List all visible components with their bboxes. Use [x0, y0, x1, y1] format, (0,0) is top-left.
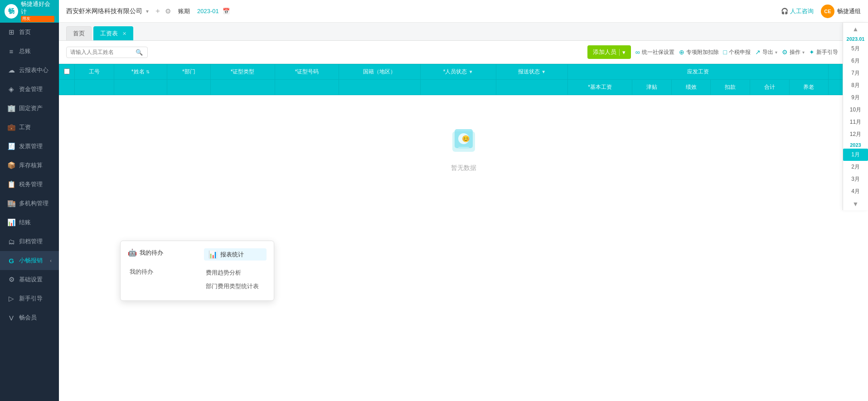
sidebar-item-label: 结账: [19, 218, 31, 227]
sidebar-item-label: 小畅报销: [19, 256, 43, 265]
sidebar-item-label: 固定资产: [19, 104, 43, 112]
tax-report-label: 个税申报: [729, 48, 751, 56]
service-button[interactable]: 🎧 人工咨询: [781, 7, 814, 15]
tab-home[interactable]: 首页: [66, 26, 92, 40]
month-next-button[interactable]: ▼: [843, 198, 868, 210]
social-security-icon: ∞: [635, 48, 640, 56]
popup-item-cost-trend[interactable]: 费用趋势分析: [204, 266, 267, 280]
avatar: CE: [821, 5, 834, 18]
operation-icon: ⚙: [782, 48, 788, 56]
month-item-6[interactable]: 6月: [843, 55, 868, 67]
month-item-5[interactable]: 5月: [843, 43, 868, 55]
sidebar-item-tax[interactable]: 📋 税务管理: [0, 175, 59, 194]
sidebar-item-label: 税务管理: [19, 180, 43, 188]
topbar-right: 🎧 人工咨询 CE 畅捷通组: [781, 5, 861, 18]
sidebar-item-archive[interactable]: 🗂 归档管理: [0, 232, 59, 251]
guide-action[interactable]: ✦ 新手引导: [809, 48, 838, 56]
home-icon: ⊞: [7, 28, 15, 36]
logo-icon: 畅: [5, 4, 18, 19]
month-item-10[interactable]: 10月: [843, 104, 868, 116]
special-deduct-action[interactable]: ⊕ 专项附加扣除: [679, 48, 719, 56]
name-sort-icon[interactable]: ⇅: [146, 69, 150, 74]
sidebar-item-member[interactable]: V 畅会员: [0, 308, 59, 327]
month-item-1-current[interactable]: 1月: [843, 149, 868, 161]
report-status-filter-icon[interactable]: ▼: [541, 69, 546, 74]
sidebar-item-inventory[interactable]: 📦 库存核算: [0, 156, 59, 175]
sidebar-item-salary[interactable]: 💼 工资: [0, 118, 59, 137]
month-item-2[interactable]: 2月: [843, 161, 868, 173]
sidebar-item-multi-org[interactable]: 🏬 多机构管理: [0, 194, 59, 213]
guide-label: 新手引导: [816, 48, 838, 56]
month-item-11[interactable]: 11月: [843, 116, 868, 128]
popup-menu: 🤖 我的待办 我的待办 📊 报表统计 费用趋势分析: [120, 241, 274, 301]
popup-item-dept-cost[interactable]: 部门费用类型统计表: [204, 280, 267, 293]
social-security-action[interactable]: ∞ 统一社保设置: [635, 48, 674, 56]
calendar-icon[interactable]: 📅: [223, 8, 230, 14]
xiao-chang-icon: G: [7, 257, 15, 265]
popup-col-todo: 🤖 我的待办 我的待办: [128, 248, 190, 293]
th-bonus: 绩效: [671, 80, 711, 95]
company-chevron-icon[interactable]: ▾: [146, 8, 149, 14]
export-action[interactable]: ↗ 导出 ▾: [755, 48, 777, 56]
sidebar-item-xiao-chang[interactable]: G 小畅报销 ‹: [0, 251, 59, 270]
sidebar-item-invoice[interactable]: 🧾 发票管理: [0, 137, 59, 156]
company-setting-icon[interactable]: ⚙: [165, 7, 171, 15]
month-item-3[interactable]: 3月: [843, 173, 868, 185]
search-icon[interactable]: 🔍: [136, 49, 143, 56]
sidebar-item-fixed-assets[interactable]: 🏢 固定资产: [0, 99, 59, 118]
search-input[interactable]: [70, 49, 134, 55]
sidebar-item-label: 畅会员: [19, 314, 37, 322]
user-menu[interactable]: CE 畅捷通组: [821, 5, 861, 18]
sidebar-item-label: 库存核算: [19, 161, 43, 169]
main-wrapper: 西安虾米网络科技有限公司 ▾ ＋ ⚙ 账期 2023-01 📅 🎧 人工咨询 C…: [59, 0, 868, 401]
sidebar-item-label: 多机构管理: [19, 199, 48, 208]
sidebar-item-cloud-report[interactable]: ☁ 云报表中心: [0, 61, 59, 80]
empty-state: 😊 暂无数据: [59, 95, 868, 199]
operation-chevron-icon: ▾: [802, 50, 805, 55]
sidebar-item-ledger[interactable]: ≡ 总账: [0, 42, 59, 61]
status-filter-icon[interactable]: ▼: [469, 69, 473, 74]
table-wrapper: 工号 *姓名 ⇅ *部门 *证型类型 *证型号码 国籍（地区） *人员状态 ▼: [59, 64, 868, 401]
tax-report-action[interactable]: □ 个税申报: [723, 48, 751, 56]
th-status[interactable]: *人员状态 ▼: [420, 64, 496, 80]
operation-action[interactable]: ⚙ 操作 ▾: [782, 48, 805, 56]
th-report-status[interactable]: 报送状态 ▼: [496, 64, 567, 80]
sidebar-item-home[interactable]: ⊞ 首页: [0, 23, 59, 42]
th-name[interactable]: *姓名 ⇅: [114, 64, 167, 80]
operation-label: 操作: [790, 48, 800, 56]
archive-icon: 🗂: [7, 238, 15, 246]
month-item-7[interactable]: 7月: [843, 67, 868, 79]
member-icon: V: [7, 314, 15, 322]
empty-illustration: 😊: [446, 122, 482, 159]
salary-table: 工号 *姓名 ⇅ *部门 *证型类型 *证型号码 国籍（地区） *人员状态 ▼: [59, 64, 868, 95]
month-prev-button[interactable]: ▲: [843, 23, 868, 35]
month-item-4[interactable]: 4月: [843, 185, 868, 198]
chart-icon: 📊: [209, 250, 218, 259]
search-box[interactable]: 🔍: [66, 47, 148, 58]
add-company-icon[interactable]: ＋: [154, 6, 161, 16]
sidebar-item-label: 首页: [19, 28, 31, 36]
headset-icon: 🎧: [781, 8, 788, 14]
sidebar-item-guide[interactable]: ▷ 新手引导: [0, 289, 59, 308]
tab-salary-table[interactable]: 工资表 ✕: [93, 26, 133, 40]
month-item-8[interactable]: 8月: [843, 79, 868, 92]
th-checkbox[interactable]: [59, 64, 75, 80]
add-person-chevron-icon: ▾: [619, 49, 626, 56]
tabbar: 首页 工资表 ✕: [59, 23, 868, 41]
sidebar-item-fund[interactable]: ◈ 资金管理: [0, 80, 59, 99]
popup-item-my-todo[interactable]: 我的待办: [128, 265, 190, 279]
month-item-9[interactable]: 9月: [843, 92, 868, 104]
sidebar-item-basic-settings[interactable]: ⚙ 基础设置: [0, 270, 59, 289]
add-person-button[interactable]: 添加人员 ▾: [587, 45, 631, 59]
tab-home-label: 首页: [73, 30, 85, 37]
sidebar-item-label: 归档管理: [19, 237, 43, 246]
select-all-checkbox[interactable]: [64, 68, 70, 74]
sidebar-item-settle[interactable]: 📊 结账: [0, 213, 59, 232]
month-item-12[interactable]: 12月: [843, 128, 868, 140]
settings-icon: ⚙: [7, 275, 15, 284]
tab-close-icon[interactable]: ✕: [122, 31, 126, 36]
th-country: 国籍（地区）: [339, 64, 420, 80]
month-panel-year-header: 2023.01: [847, 35, 865, 43]
export-chevron-icon: ▾: [775, 50, 777, 55]
app-logo: 畅 畅捷通好会计 用友: [0, 0, 59, 23]
